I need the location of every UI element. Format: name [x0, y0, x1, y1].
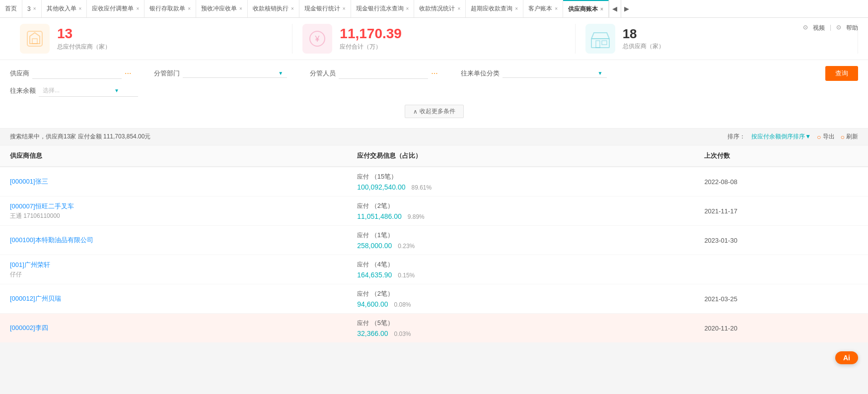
tx-amount[interactable]: 94,600.00 [357, 300, 388, 308]
supplier-table: 供应商信息 应付交易信息（占比） 上次付数 [000001]张三应付 （15笔）… [0, 145, 868, 343]
refresh-button[interactable]: ○ 刷新 [841, 132, 858, 141]
collapse-button[interactable]: ∧ 收起更多条件 [405, 105, 464, 118]
supplier-contact: 仔仔 [10, 270, 337, 279]
tx-count: （2笔） [371, 202, 394, 209]
tx-count: （4笔） [371, 261, 394, 268]
chevron-up-icon: ∧ [413, 108, 418, 115]
transaction-cell: 应付 （15笔）100,092,540.0089.61% [347, 167, 694, 197]
nav-tab-3[interactable]: 3 × [22, 0, 42, 18]
export-button[interactable]: ○ 导出 [817, 132, 834, 141]
search-button[interactable]: 查询 [825, 66, 858, 81]
dept-select[interactable]: ▼ [183, 69, 287, 78]
tx-type: 应付 [357, 173, 369, 180]
circle-icon: ⊙ [803, 24, 808, 32]
table-header: 供应商信息 应付交易信息（占比） 上次付数 [0, 145, 868, 167]
chevron-down-icon: ▼ [278, 70, 283, 76]
close-icon[interactable]: × [457, 6, 460, 11]
close-icon[interactable]: × [239, 6, 242, 11]
nav-tab-supplier-ledger[interactable]: 供应商账本 × [563, 0, 609, 18]
supplier-link[interactable]: [000100]本特勤油品有限公司 [10, 236, 93, 244]
nav-tab-cash-bank-stats[interactable]: 现金银行统计 × [299, 0, 351, 18]
help-link[interactable]: 帮助 [846, 24, 858, 32]
nav-tab-customer-ledger[interactable]: 客户账本 × [523, 0, 563, 18]
filter-row-1: 供应商 ··· 分管部门 ▼ 分管人员 ··· 往来单位分类 ▼ 查询 [10, 66, 858, 81]
col-supplier-info: 供应商信息 [0, 145, 347, 167]
close-icon[interactable]: × [79, 6, 82, 11]
sort-value[interactable]: 按应付余额倒序排序▼ [751, 132, 811, 141]
nav-tab-overdue-query[interactable]: 超期应收款查询 × [466, 0, 523, 18]
tx-amount[interactable]: 164,635.90 [357, 271, 392, 279]
nav-tab-advance-offset[interactable]: 预收冲应收单 × [196, 0, 248, 18]
close-icon[interactable]: × [188, 6, 191, 11]
table-row: [000007]恒旺二手叉车王通 17106110000应付 （2笔）11,05… [0, 197, 868, 226]
tx-type: 应付 [357, 290, 369, 297]
supplier-cell: [000012]广州贝瑞 [0, 284, 347, 314]
payable-suppliers-label: 总应付供应商（家） [57, 43, 111, 51]
tx-percentage: 9.89% [408, 213, 425, 220]
video-link[interactable]: 视频 [813, 24, 825, 32]
sort-label: 排序： [727, 132, 745, 141]
balance-placeholder: 选择... [43, 86, 112, 95]
person-filter: 分管人员 ··· [310, 68, 437, 79]
tx-type: 应付 [357, 232, 369, 239]
tx-percentage: 89.61% [412, 184, 432, 191]
results-summary: 搜索结果中，供应商13家 应付金额 111,703,854.00元 [10, 132, 150, 141]
category-filter: 往来单位分类 ▼ [461, 69, 607, 78]
nav-tab-ar-ap-adjust[interactable]: 应收应付调整单 × [87, 0, 145, 18]
nav-tab-cash-flow[interactable]: 现金银行流水查询 × [351, 0, 415, 18]
nav-tab-collection-stats[interactable]: 收款情况统计 × [414, 0, 466, 18]
supplier-link[interactable]: [000001]张三 [10, 178, 48, 185]
supplier-link[interactable]: [000007]恒旺二手叉车 [10, 202, 74, 210]
tx-amount[interactable]: 11,051,486.00 [357, 212, 402, 220]
table-row: [000002]李四应付 （5笔）32,366.000.03%2020-11-2… [0, 314, 868, 343]
supplier-input[interactable] [32, 68, 122, 79]
supplier-dots-icon[interactable]: ··· [125, 69, 131, 78]
table-row: [000100]本特勤油品有限公司应付 （1笔）258,000.000.23%2… [0, 226, 868, 255]
stats-row: 13 总应付供应商（家） ¥ 11,170.39 应付合计（万） [0, 18, 868, 60]
category-select[interactable]: ▼ [503, 69, 607, 78]
nav-tab-home[interactable]: 首页 [0, 0, 22, 18]
tx-type: 应付 [357, 261, 369, 268]
close-icon[interactable]: × [406, 6, 409, 11]
dept-filter: 分管部门 ▼ [154, 69, 287, 78]
supplier-link[interactable]: [000012]广州贝瑞 [10, 295, 61, 302]
supplier-link[interactable]: [000002]李四 [10, 324, 48, 331]
tx-amount[interactable]: 32,366.00 [357, 329, 388, 337]
balance-select[interactable]: 选择... ▼ [39, 85, 138, 97]
close-icon[interactable]: × [515, 6, 518, 11]
payable-suppliers-count: 13 [57, 27, 111, 41]
tx-type: 应付 [357, 202, 369, 209]
person-dots-icon[interactable]: ··· [431, 69, 437, 78]
tx-amount[interactable]: 100,092,540.00 [357, 183, 405, 191]
circle-icon2: ⊙ [836, 24, 841, 32]
supplier-filter: 供应商 ··· [10, 68, 131, 79]
tx-amount[interactable]: 258,000.00 [357, 242, 392, 250]
supplier-cell: [001]广州荣轩仔仔 [0, 255, 347, 284]
tx-type: 应付 [357, 320, 369, 327]
close-icon[interactable]: × [343, 6, 346, 11]
table-row: [000012]广州贝瑞应付 （2笔）94,600.000.08%2021-03… [0, 284, 868, 314]
nav-tab-bank-deposit[interactable]: 银行存取款单 × [145, 0, 196, 18]
close-icon[interactable]: × [291, 6, 294, 11]
nav-prev-arrow[interactable]: ◀ [609, 0, 621, 18]
refresh-icon: ○ [841, 133, 845, 141]
close-icon[interactable]: × [136, 6, 139, 11]
tx-count: （15笔） [371, 173, 397, 180]
stat-total-payable: ¥ 11,170.39 应付合计（万） [292, 24, 575, 54]
close-icon[interactable]: × [600, 6, 603, 12]
svg-rect-5 [596, 41, 600, 48]
supplier-link[interactable]: [001]广州荣轩 [10, 261, 50, 268]
last-pay-cell [694, 255, 868, 284]
export-icon: ○ [817, 133, 821, 141]
nav-tab-collection-exec[interactable]: 收款核销执行 × [248, 0, 299, 18]
last-pay-cell: 2022-08-08 [694, 167, 868, 197]
close-icon[interactable]: × [555, 6, 558, 11]
nav-tab-other-income[interactable]: 其他收入单 × [42, 0, 87, 18]
total-payable-label: 应付合计（万） [340, 43, 402, 51]
col-tx-info: 应付交易信息（占比） [347, 145, 694, 167]
close-icon[interactable]: × [33, 6, 36, 11]
person-input[interactable] [339, 68, 428, 79]
transaction-cell: 应付 （4笔）164,635.900.15% [347, 255, 694, 284]
nav-next-arrow[interactable]: ▶ [621, 0, 633, 18]
supplier-cell: [000001]张三 [0, 167, 347, 197]
